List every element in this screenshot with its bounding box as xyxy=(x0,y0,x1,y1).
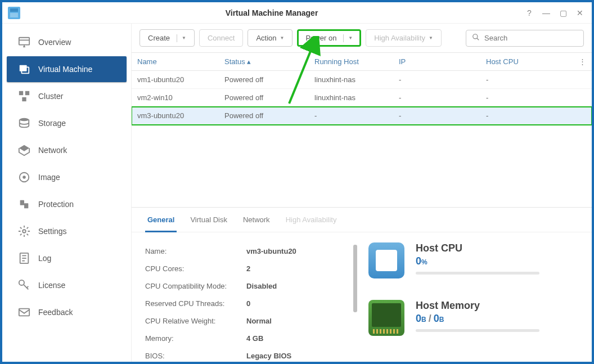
sidebar-item-settings[interactable]: Settings xyxy=(7,218,127,244)
network-icon xyxy=(18,144,30,156)
search-box[interactable] xyxy=(466,30,584,47)
col-name[interactable]: Name xyxy=(132,53,219,70)
svg-rect-8 xyxy=(22,97,26,101)
tab-general[interactable]: General xyxy=(145,215,177,232)
sidebar-item-label: Log xyxy=(38,254,51,263)
col-host-cpu[interactable]: Host CPU xyxy=(480,53,559,70)
svg-point-14 xyxy=(22,230,26,233)
host-memory-bar xyxy=(416,329,539,332)
gear-icon xyxy=(18,225,30,237)
chevron-down-icon: ▼ xyxy=(280,35,285,41)
table-row[interactable]: vm1-ubuntu20 Powered off linuxhint-nas -… xyxy=(132,71,592,89)
storage-icon xyxy=(18,117,30,129)
chevron-down-icon: ▼ xyxy=(182,35,186,41)
connect-button[interactable]: Connect xyxy=(199,29,243,47)
chevron-down-icon: ▼ xyxy=(429,35,433,41)
prop-memory-label: Memory: xyxy=(145,334,246,343)
host-memory-value: 0B/0B xyxy=(416,313,575,325)
prop-rthreads-value: 0 xyxy=(246,299,250,308)
detail-tabs: General Virtual Disk Network High Availa… xyxy=(132,208,592,232)
svg-rect-7 xyxy=(25,91,29,95)
sidebar-item-label: Image xyxy=(38,173,60,182)
titlebar: Virtual Machine Manager ? — ▢ ✕ xyxy=(2,2,592,24)
col-ip[interactable]: IP xyxy=(393,53,480,70)
sidebar-item-label: Virtual Machine xyxy=(38,65,92,74)
prop-weight-value: Normal xyxy=(246,317,272,325)
sidebar-item-label: License xyxy=(38,281,65,290)
prop-compat-value: Disabled xyxy=(246,282,277,290)
col-running-host[interactable]: Running Host xyxy=(309,53,393,70)
sidebar-item-cluster[interactable]: Cluster xyxy=(7,83,127,109)
create-button[interactable]: Create▼ xyxy=(140,29,195,47)
svg-point-21 xyxy=(473,34,478,38)
cpu-icon xyxy=(368,242,404,278)
host-memory-stat: Host Memory 0B/0B xyxy=(368,300,575,336)
sidebar-item-label: Storage xyxy=(38,119,66,128)
prop-cores-label: CPU Cores: xyxy=(145,264,246,273)
sidebar-item-network[interactable]: Network xyxy=(7,137,127,163)
sidebar-item-label: Overview xyxy=(38,38,71,47)
scrollbar[interactable] xyxy=(353,245,357,312)
sidebar-item-label: Settings xyxy=(38,227,67,236)
action-button[interactable]: Action▼ xyxy=(248,29,292,47)
help-icon[interactable]: ? xyxy=(523,7,536,19)
table-row[interactable]: vm2-win10 Powered off linuxhint-nas - - xyxy=(132,89,592,107)
toolbar: Create▼ Connect Action▼ Power on▼ High A… xyxy=(132,24,592,52)
sidebar-item-protection[interactable]: Protection xyxy=(7,191,127,217)
power-on-button[interactable]: Power on▼ xyxy=(297,29,361,47)
svg-rect-12 xyxy=(20,200,24,205)
tab-high-availability[interactable]: High Availability xyxy=(284,215,339,232)
tab-virtual-disk[interactable]: Virtual Disk xyxy=(188,215,230,232)
sidebar-item-license[interactable]: License xyxy=(7,272,127,298)
cluster-icon xyxy=(18,90,30,102)
sidebar-item-label: Protection xyxy=(38,200,74,209)
protection-icon xyxy=(18,198,30,210)
chevron-down-icon: ▼ xyxy=(348,35,353,41)
sidebar-item-label: Network xyxy=(38,146,67,155)
properties: Name:vm3-ubuntu20 CPU Cores:2 CPU Compat… xyxy=(145,242,353,362)
sidebar-item-storage[interactable]: Storage xyxy=(7,110,127,136)
host-memory-label: Host Memory xyxy=(416,300,575,312)
col-status[interactable]: Status ▴ xyxy=(219,53,309,70)
column-menu-icon[interactable]: ⋮ xyxy=(573,53,592,70)
prop-bios-value: Legacy BIOS xyxy=(246,352,291,360)
svg-point-9 xyxy=(20,118,29,122)
table-header: Name Status ▴ Running Host IP Host CPU ⋮ xyxy=(132,52,592,71)
host-cpu-stat: Host CPU 0% xyxy=(368,242,575,278)
vm-table: Name Status ▴ Running Host IP Host CPU ⋮… xyxy=(132,52,592,125)
close-icon[interactable]: ✕ xyxy=(574,7,586,19)
search-icon xyxy=(472,33,480,43)
sidebar-item-overview[interactable]: Overview xyxy=(7,29,127,55)
sort-asc-icon: ▴ xyxy=(247,57,251,66)
tab-network[interactable]: Network xyxy=(241,215,272,232)
svg-point-19 xyxy=(19,280,24,285)
sidebar-item-feedback[interactable]: Feedback xyxy=(7,299,127,325)
sidebar: Overview Virtual Machine Cluster Storage… xyxy=(2,24,132,362)
svg-rect-20 xyxy=(19,309,29,316)
host-cpu-bar xyxy=(416,272,539,275)
overview-icon xyxy=(18,36,30,48)
sidebar-item-virtual-machine[interactable]: Virtual Machine xyxy=(7,56,127,82)
vm-icon xyxy=(18,63,30,75)
maximize-icon[interactable]: ▢ xyxy=(557,7,569,19)
envelope-icon xyxy=(18,306,30,318)
svg-rect-6 xyxy=(19,91,23,95)
window-title: Virtual Machine Manager xyxy=(20,8,523,17)
log-icon xyxy=(18,252,30,264)
prop-weight-label: CPU Relative Weight: xyxy=(145,317,246,325)
prop-name-value: vm3-ubuntu20 xyxy=(246,247,296,255)
memory-icon xyxy=(368,300,404,336)
table-row[interactable]: vm3-ubuntu20 Powered off - - - xyxy=(132,107,592,125)
prop-rthreads-label: Reserved CPU Threads: xyxy=(145,299,246,308)
prop-compat-label: CPU Compatibility Mode: xyxy=(145,282,246,290)
svg-rect-0 xyxy=(19,38,29,45)
svg-rect-4 xyxy=(20,65,27,71)
sidebar-item-log[interactable]: Log xyxy=(7,245,127,271)
prop-cores-value: 2 xyxy=(246,264,250,273)
sidebar-item-image[interactable]: Image xyxy=(7,164,127,190)
host-cpu-label: Host CPU xyxy=(416,242,575,254)
prop-name-label: Name: xyxy=(145,247,246,255)
high-availability-button[interactable]: High Availability▼ xyxy=(366,29,442,47)
minimize-icon[interactable]: — xyxy=(540,7,552,19)
search-input[interactable] xyxy=(484,34,579,42)
